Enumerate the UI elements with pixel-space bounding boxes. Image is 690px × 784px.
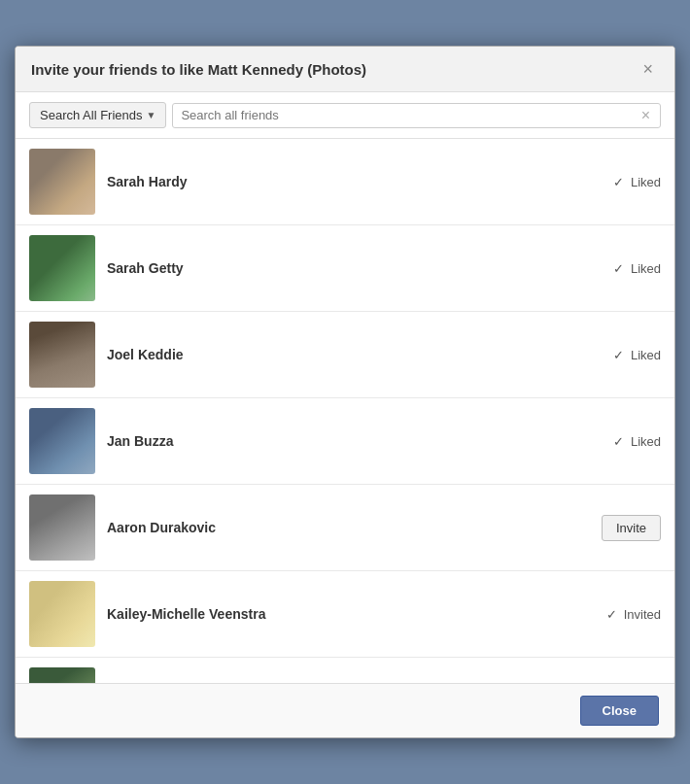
friend-name-kailey-veenstra: Kailey-Michelle Veenstra (107, 606, 595, 622)
status-liked-sarah-getty: ✓ Liked (613, 261, 661, 276)
avatar-aaron-durakovic (29, 494, 95, 561)
status-liked-jan-buzza: ✓ Liked (613, 434, 661, 449)
friend-item-jan-buzza: Jan Buzza✓ Liked (16, 398, 674, 485)
modal-overlay: Invite your friends to like Matt Kennedy… (15, 46, 675, 738)
avatar-joel-keddie (29, 322, 95, 388)
status-liked-joel-keddie: ✓ Liked (613, 348, 661, 362)
modal-title: Invite your friends to like Matt Kennedy… (31, 61, 366, 78)
dropdown-arrow-icon: ▼ (147, 110, 156, 120)
checkmark-icon: ✓ (613, 261, 624, 276)
modal-close-button[interactable]: × (637, 58, 659, 80)
invite-button-aaron-durakovic[interactable]: Invite (602, 515, 661, 541)
invite-modal: Invite your friends to like Matt Kennedy… (15, 46, 675, 738)
status-liked-sarah-hardy: ✓ Liked (613, 175, 661, 189)
avatar-jodie-hadden (29, 667, 95, 683)
search-input-wrapper: × (172, 103, 661, 128)
search-clear-button[interactable]: × (639, 108, 652, 123)
friend-item-sarah-hardy: Sarah Hardy✓ Liked (16, 139, 674, 225)
friend-item-jodie-hadden: Jodie Hadden✓ Liked (16, 658, 674, 683)
search-filter-button[interactable]: Search All Friends ▼ (29, 102, 166, 128)
search-bar: Search All Friends ▼ × (16, 92, 674, 139)
friend-item-kailey-veenstra: Kailey-Michelle Veenstra✓ Invited (16, 571, 674, 658)
friend-name-aaron-durakovic: Aaron Durakovic (107, 520, 590, 535)
checkmark-icon: ✓ (613, 434, 624, 449)
friend-name-sarah-getty: Sarah Getty (107, 260, 602, 276)
search-input[interactable] (181, 108, 638, 122)
friend-name-joel-keddie: Joel Keddie (107, 347, 602, 362)
avatar-kailey-veenstra (29, 581, 95, 647)
modal-footer: Close (16, 683, 674, 737)
modal-header: Invite your friends to like Matt Kennedy… (16, 47, 674, 92)
checkmark-icon: ✓ (613, 175, 624, 189)
friend-name-jan-buzza: Jan Buzza (107, 433, 602, 449)
avatar-sarah-getty (29, 235, 95, 301)
friend-item-aaron-durakovic: Aaron DurakovicInvite (16, 485, 674, 571)
friend-item-joel-keddie: Joel Keddie✓ Liked (16, 312, 674, 398)
avatar-sarah-hardy (29, 149, 95, 215)
close-button[interactable]: Close (580, 696, 659, 726)
avatar-jan-buzza (29, 408, 95, 474)
friend-name-sarah-hardy: Sarah Hardy (107, 174, 602, 189)
friend-item-sarah-getty: Sarah Getty✓ Liked (16, 225, 674, 312)
status-invited-kailey-veenstra: ✓ Invited (606, 607, 661, 622)
friend-list: Sarah Hardy✓ LikedSarah Getty✓ LikedJoel… (16, 139, 674, 683)
checkmark-icon: ✓ (613, 348, 624, 362)
search-filter-label: Search All Friends (40, 108, 143, 122)
checkmark-icon: ✓ (606, 607, 617, 622)
